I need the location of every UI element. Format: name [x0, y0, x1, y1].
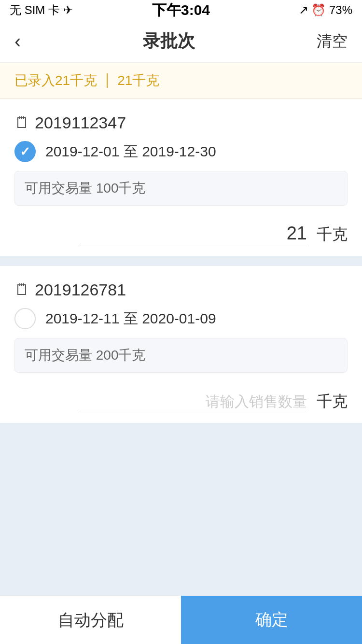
battery-status: ↗ ⏰ 73%: [299, 3, 352, 17]
sim-status: 无 SIM 卡 ✈: [10, 2, 73, 18]
batch-2-quantity-underline: [78, 390, 307, 413]
batch-1-available: 可用交易量 100千克: [14, 171, 348, 206]
batch-2-icon: 🗒: [14, 281, 30, 299]
batch-1-icon: 🗒: [14, 114, 30, 132]
nav-bar: ‹ 录批次 清空: [0, 20, 362, 63]
batch-2-date-row: 2019-12-11 至 2020-01-09: [0, 304, 362, 334]
clear-button[interactable]: 清空: [317, 31, 348, 52]
bottom-bar: 自动分配 确定: [0, 596, 362, 644]
batch-2-quantity-row: 千克: [0, 380, 362, 423]
summary-bar: 已录入21千克 21千克: [0, 63, 362, 99]
batch-1-checkbox[interactable]: ✓: [14, 141, 36, 162]
batch-2-quantity-input[interactable]: [78, 390, 307, 411]
batch-item-2: 🗒 2019126781 2019-12-11 至 2020-01-09 可用交…: [0, 266, 362, 423]
status-left: 无 SIM 卡 ✈: [10, 2, 73, 18]
batch-item-1: 🗒 2019112347 ✓ 2019-12-01 至 2019-12-30 可…: [0, 99, 362, 256]
batch-1-quantity-input[interactable]: [78, 223, 307, 244]
back-button[interactable]: ‹: [14, 30, 21, 52]
batch-1-quantity-row: 千克: [0, 213, 362, 256]
status-right: ↗ ⏰ 73%: [299, 3, 352, 17]
batch-1-number: 2019112347: [35, 113, 126, 132]
batch-1-header: 🗒 2019112347: [0, 99, 362, 137]
batch-1-unit: 千克: [317, 224, 348, 245]
confirm-button[interactable]: 确定: [181, 596, 362, 644]
batch-1-quantity-underline: [78, 223, 307, 246]
summary-entered: 已录入21千克: [14, 71, 97, 90]
batch-1-date: 2019-12-01 至 2019-12-30: [45, 142, 216, 162]
batch-2-date: 2019-12-11 至 2020-01-09: [45, 309, 216, 329]
batch-2-available: 可用交易量 200千克: [14, 338, 348, 373]
status-bar: 无 SIM 卡 ✈ 下午3:04 ↗ ⏰ 73%: [0, 0, 362, 20]
batch-1-date-row: ✓ 2019-12-01 至 2019-12-30: [0, 137, 362, 167]
section-separator-1: [0, 256, 362, 266]
batch-2-header: 🗒 2019126781: [0, 266, 362, 304]
summary-divider: [107, 73, 108, 88]
gray-area: [0, 423, 362, 616]
auto-distribute-button[interactable]: 自动分配: [0, 596, 181, 644]
summary-amount: 21千克: [117, 71, 159, 90]
batch-2-number: 2019126781: [35, 280, 126, 299]
page-title: 录批次: [143, 29, 195, 53]
status-time: 下午3:04: [152, 0, 210, 20]
check-mark-icon: ✓: [20, 144, 30, 159]
batch-2-unit: 千克: [317, 391, 348, 412]
batch-2-checkbox[interactable]: [14, 308, 36, 329]
